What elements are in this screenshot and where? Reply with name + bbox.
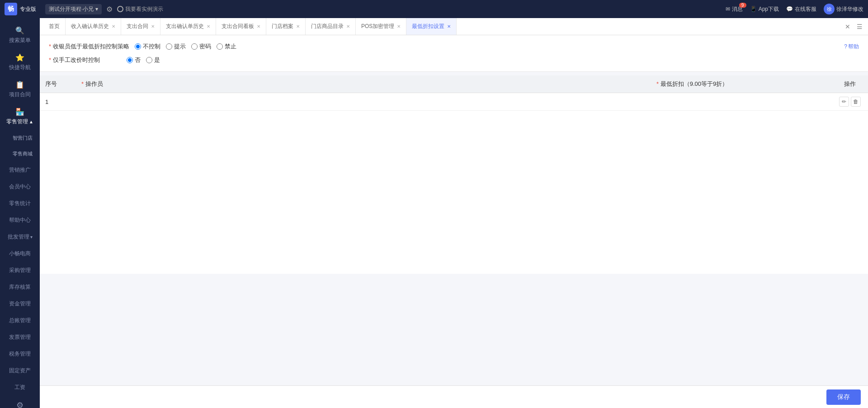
sidebar-item-payroll[interactable]: 工资 <box>0 379 40 396</box>
sidebar-item-search-menu[interactable]: 🔍 搜索菜单 <box>0 22 40 49</box>
save-button[interactable]: 保存 <box>826 389 861 405</box>
policy-radio-input-no-control[interactable] <box>135 43 141 50</box>
sidebar-item-retail-mall[interactable]: 零售商城 <box>0 146 40 162</box>
retail-mall-label: 零售商城 <box>13 150 33 157</box>
sidebar-item-label: 批发管理 ▾ <box>8 233 33 241</box>
sidebar-item-fixed-assets[interactable]: 固定资产 <box>0 362 40 379</box>
sidebar-item-label: 总账管理 <box>9 317 31 324</box>
manual-only-form-row: * 仅手工改价时控制 否 是 <box>49 56 859 64</box>
delete-button[interactable]: 🗑 <box>851 97 861 107</box>
close-icon[interactable]: ✕ <box>112 24 115 29</box>
sidebar-item-retail-stats[interactable]: 零售统计 <box>0 195 40 212</box>
app-logo: 畅 专业版 <box>5 3 41 15</box>
sidebar-item-label: 小畅电商 <box>9 250 31 258</box>
col-actions-label: 操作 <box>844 80 856 87</box>
sidebar-item-label: 发票管理 <box>9 333 31 341</box>
message-badge: 9 <box>739 3 746 8</box>
policy-radio-password[interactable]: 密码 <box>191 42 211 51</box>
sidebar-item-inventory[interactable]: 库存核算 <box>0 279 40 295</box>
sidebar-item-retail-management[interactable]: 🏪 零售管理 ▲ <box>0 103 40 130</box>
tab-payment-contract[interactable]: 支出合同 ✕ <box>121 18 160 35</box>
tab-payment-confirm-history[interactable]: 支出确认单历史 ✕ <box>160 18 216 35</box>
settings-icon[interactable]: ⚙ <box>106 5 113 14</box>
tab-income-confirm-history[interactable]: 收入确认单历史 ✕ <box>66 18 121 35</box>
sidebar-gear-icon[interactable]: ⚙ <box>12 396 28 408</box>
close-icon[interactable]: ✕ <box>397 24 401 29</box>
edit-button[interactable]: ✏ <box>839 97 849 107</box>
sidebar-item-wholesale[interactable]: 批发管理 ▾ <box>0 229 40 245</box>
help-link[interactable]: ? 帮助 <box>844 43 859 51</box>
close-icon[interactable]: ✕ <box>207 24 210 29</box>
tab-home[interactable]: 首页 <box>43 18 66 35</box>
policy-radio-forbid[interactable]: 禁止 <box>217 42 236 51</box>
retail-management-icon: 🏪 <box>15 108 24 116</box>
sidebar-item-smart-store[interactable]: 智营门店 <box>0 130 40 146</box>
tab-label: 支出合同看板 <box>222 23 254 30</box>
manual-only-radio-input-no[interactable] <box>127 57 133 63</box>
tab-close-button[interactable]: ✕ <box>843 22 852 31</box>
policy-radio-input-forbid[interactable] <box>217 43 223 50</box>
online-service-label: 在线客服 <box>795 5 816 13</box>
policy-label-text: 收银员低于最低折扣控制策略 <box>53 43 129 50</box>
close-icon[interactable]: ✕ <box>346 24 350 29</box>
tab-pos-password[interactable]: POS加密管理 ✕ <box>356 18 406 35</box>
sidebar-item-member-center[interactable]: 会员中心 <box>0 178 40 195</box>
project-selector[interactable]: 测试分开项程·小兄 ▾ <box>45 4 102 14</box>
table-row: 1 ✏ 🗑 <box>40 93 868 111</box>
sidebar-item-help-center[interactable]: 帮助中心 <box>0 212 40 229</box>
close-icon[interactable]: ✕ <box>447 24 451 29</box>
form-card: * 收银员低于最低折扣控制策略 不控制 提示 <box>40 35 868 72</box>
download-icon: 📱 <box>750 6 757 12</box>
row-seq-value: 1 <box>45 98 48 105</box>
manual-only-option-label: 是 <box>154 56 160 64</box>
online-service-button[interactable]: 💬 在线客服 <box>786 5 816 13</box>
cell-seq: 1 <box>40 95 76 109</box>
sidebar-item-purchase[interactable]: 采购管理 <box>0 262 40 279</box>
tab-store-product-catalog[interactable]: 门店商品目录 ✕ <box>306 18 356 35</box>
message-button[interactable]: ✉ 消息 9 <box>726 5 743 13</box>
policy-radio-input-password[interactable] <box>191 43 198 50</box>
sidebar-bottom: ⚙ <box>12 396 28 408</box>
table-header: 序号 * 操作员 * 最低折扣（9.00等于9折） 操作 <box>40 75 868 93</box>
sidebar-item-quick-nav[interactable]: ⭐ 快捷导航 <box>0 49 40 76</box>
close-icon[interactable]: ✕ <box>151 24 155 29</box>
service-icon: 💬 <box>786 6 793 12</box>
user-menu[interactable]: 徐 徐泽华修改 <box>824 4 863 14</box>
sidebar-item-project-contract[interactable]: 📋 项目合同 <box>0 76 40 103</box>
sidebar-item-tax[interactable]: 税务管理 <box>0 346 40 362</box>
demo-button[interactable]: 我要看实例演示 <box>117 5 163 13</box>
sidebar-item-ecommerce[interactable]: 小畅电商 <box>0 245 40 262</box>
tab-payment-contract-board[interactable]: 支出合同看板 ✕ <box>216 18 266 35</box>
tab-min-discount-setting[interactable]: 最低折扣设置 ✕ <box>406 18 457 35</box>
bottom-bar: 保存 <box>40 385 868 408</box>
required-star: * <box>49 56 51 63</box>
logo-icon: 畅 <box>5 3 17 15</box>
close-icon[interactable]: ✕ <box>296 24 300 29</box>
close-icon[interactable]: ✕ <box>257 24 260 29</box>
sidebar-item-label: 零售管理 ▲ <box>6 118 33 126</box>
policy-radio-prompt[interactable]: 提示 <box>166 42 186 51</box>
manual-only-radio-input-yes[interactable] <box>146 57 152 63</box>
sidebar-item-marketing[interactable]: 营销推广 <box>0 162 40 178</box>
col-operator: * 操作员 <box>76 75 651 93</box>
manual-only-radio-no[interactable]: 否 <box>127 56 141 64</box>
policy-option-label: 禁止 <box>225 42 236 51</box>
sidebar-item-label: 零售统计 <box>9 200 31 207</box>
policy-form-row: * 收银员低于最低折扣控制策略 不控制 提示 <box>49 42 859 51</box>
cell-actions: ✏ 🗑 <box>832 93 868 110</box>
sidebar-item-general-ledger[interactable]: 总账管理 <box>0 312 40 329</box>
col-min-discount: * 最低折扣（9.00等于9折） <box>651 75 832 93</box>
manual-only-radio-yes[interactable]: 是 <box>146 56 160 64</box>
app-download-button[interactable]: 📱 App下载 <box>750 5 779 13</box>
tab-menu-button[interactable]: ☰ <box>855 22 864 31</box>
chevron-down-icon: ▾ <box>95 6 98 12</box>
col-min-discount-label: 最低折扣（9.00等于9折） <box>660 80 728 87</box>
tab-store-file[interactable]: 门店档案 ✕ <box>266 18 306 35</box>
sidebar-item-fund[interactable]: 资金管理 <box>0 295 40 312</box>
policy-radio-no-control[interactable]: 不控制 <box>135 42 160 51</box>
search-menu-icon: 🔍 <box>15 26 24 35</box>
tab-label: 门店商品目录 <box>311 23 344 30</box>
page-content: * 收银员低于最低折扣控制策略 不控制 提示 <box>40 35 868 385</box>
policy-radio-input-prompt[interactable] <box>166 43 172 50</box>
sidebar-item-invoice[interactable]: 发票管理 <box>0 329 40 346</box>
